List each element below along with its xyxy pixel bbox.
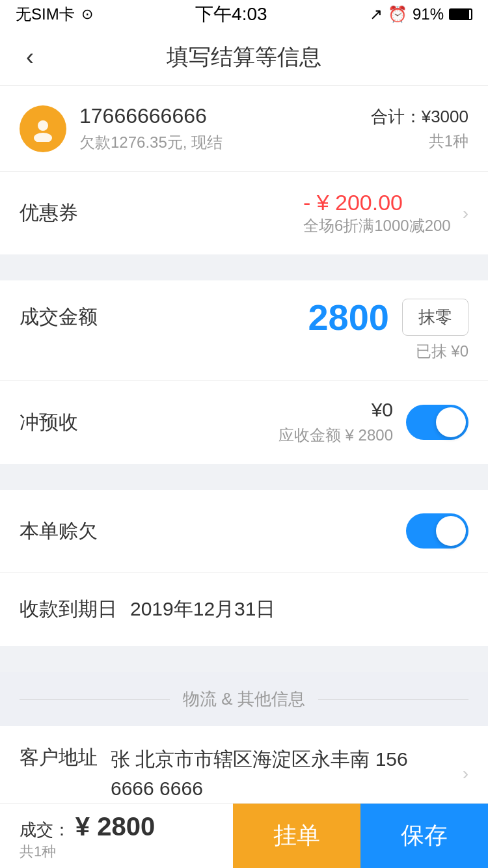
bottom-info: 成交： ¥ 2800 共1种 xyxy=(0,804,233,868)
coupon-row[interactable]: 优惠券 - ¥ 200.00 全场6折满1000减200 › xyxy=(0,171,488,254)
bottom-label: 成交： xyxy=(20,820,70,839)
prepay-amount: ¥0 应收金额 ¥ 2800 xyxy=(278,399,393,446)
amount-right: 2800 抹零 xyxy=(308,299,468,336)
bottom-value: ¥ 2800 xyxy=(75,812,155,841)
logistics-line-left xyxy=(20,699,170,699)
due-date-value: 2019年12月31日 xyxy=(130,596,275,623)
prepay-label: 冲预收 xyxy=(20,409,78,436)
customer-left: 17666666666 欠款1276.35元, 现结 xyxy=(20,104,223,153)
separator-2 xyxy=(0,477,488,490)
amount-value: 2800 xyxy=(308,299,389,336)
debt-row: 本单赊欠 xyxy=(0,490,488,572)
prepay-value: ¥0 xyxy=(278,399,393,421)
bottom-count: 共1种 xyxy=(20,842,213,861)
time-display: 下午4:03 xyxy=(195,2,267,27)
prepay-sub: 应收金额 ¥ 2800 xyxy=(278,425,393,446)
logistics-line-right xyxy=(318,699,468,699)
customer-phone: 17666666666 xyxy=(79,104,223,128)
prepay-row: 冲预收 ¥0 应收金额 ¥ 2800 xyxy=(0,380,488,464)
avatar xyxy=(20,105,66,152)
address-chevron-icon: › xyxy=(463,763,468,784)
logistics-text: 物流 & 其他信息 xyxy=(183,688,305,711)
bottom-label-row: 成交： ¥ 2800 xyxy=(20,811,213,842)
coupon-discount: - ¥ 200.00 xyxy=(303,190,451,215)
save-button[interactable]: 保存 xyxy=(360,804,488,868)
customer-info: 17666666666 欠款1276.35元, 现结 xyxy=(79,104,223,153)
logistics-separator: 物流 & 其他信息 xyxy=(0,672,488,726)
page-title: 填写结算等信息 xyxy=(167,42,321,72)
debt-label: 本单赊欠 xyxy=(20,518,98,545)
customer-card: 17666666666 欠款1276.35元, 现结 合计：¥3000 共1种 … xyxy=(0,86,488,254)
amount-card: 成交金额 2800 抹零 已抹 ¥0 冲预收 ¥0 应收金额 ¥ 2800 xyxy=(0,280,488,464)
coupon-label: 优惠券 xyxy=(20,200,78,226)
svg-point-1 xyxy=(34,133,52,142)
content-area: 17666666666 欠款1276.35元, 现结 合计：¥3000 共1种 … xyxy=(0,86,488,868)
coupon-desc: 全场6折满1000减200 xyxy=(303,215,451,236)
status-bar: 无SIM卡 ⊙ 下午4:03 ↗ ⏰ 91% xyxy=(0,0,488,29)
prepay-right: ¥0 应收金额 ¥ 2800 xyxy=(278,399,468,446)
alarm-icon: ⏰ xyxy=(388,5,407,23)
amount-section: 成交金额 2800 抹零 已抹 ¥0 xyxy=(0,280,488,380)
location-icon: ↗ xyxy=(370,5,383,23)
total-count: 共1种 xyxy=(371,131,468,152)
address-label: 客户地址 xyxy=(20,744,98,771)
back-button[interactable]: ‹ xyxy=(20,37,40,77)
chevron-right-icon: › xyxy=(463,203,468,224)
total-label: 合计：¥3000 xyxy=(371,105,468,128)
svg-point-0 xyxy=(38,120,48,131)
amount-label: 成交金额 xyxy=(20,304,98,331)
amount-sub: 已抹 ¥0 xyxy=(20,341,468,362)
total-value-inline: ¥3000 xyxy=(422,107,468,126)
separator-3 xyxy=(0,659,488,672)
carrier-text: 无SIM卡 xyxy=(16,4,75,25)
due-date-label: 收款到期日 xyxy=(20,596,117,623)
amount-row: 成交金额 2800 抹零 xyxy=(20,299,468,336)
battery-icon xyxy=(449,8,472,20)
battery-text: 91% xyxy=(413,5,444,23)
debt-toggle[interactable] xyxy=(406,513,468,549)
customer-total: 合计：¥3000 共1种 xyxy=(371,105,468,152)
address-value: 张 北京市市辖区海淀区永丰南 156 6666 6666 xyxy=(111,744,443,803)
nav-bar: ‹ 填写结算等信息 xyxy=(0,29,488,86)
wifi-icon: ⊙ xyxy=(81,6,93,23)
debt-card: 本单赊欠 收款到期日 2019年12月31日 xyxy=(0,490,488,646)
customer-sub: 欠款1276.35元, 现结 xyxy=(79,132,223,153)
pending-button[interactable]: 挂单 xyxy=(233,804,360,868)
bottom-bar: 成交： ¥ 2800 共1种 挂单 保存 xyxy=(0,803,488,868)
customer-row: 17666666666 欠款1276.35元, 现结 合计：¥3000 共1种 xyxy=(0,86,488,171)
prepay-toggle[interactable] xyxy=(406,405,468,440)
separator-1 xyxy=(0,267,488,280)
round-button[interactable]: 抹零 xyxy=(402,299,468,336)
coupon-right: - ¥ 200.00 全场6折满1000减200 › xyxy=(303,190,468,236)
due-row: 收款到期日 2019年12月31日 xyxy=(0,572,488,646)
